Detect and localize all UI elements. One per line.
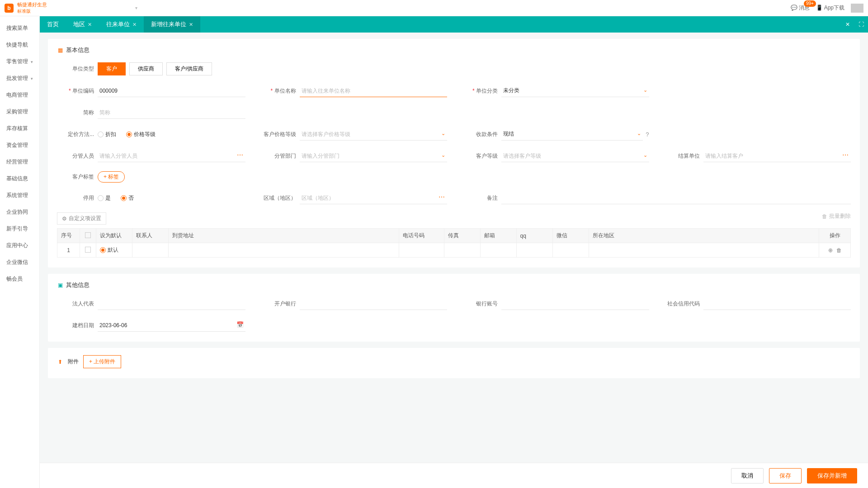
cust-price-level-label: 客户价格等级 <box>259 131 296 138</box>
th-address: 到货地址 <box>169 229 399 243</box>
help-icon[interactable]: ? <box>646 131 649 138</box>
bank-input[interactable] <box>300 297 448 310</box>
close-icon[interactable]: ✕ <box>132 22 137 28</box>
legal-input[interactable] <box>98 297 245 310</box>
recv-cond-select[interactable] <box>501 128 643 141</box>
cust-price-level-select[interactable] <box>300 128 448 141</box>
app-download-link[interactable]: 📱 App下载 <box>816 4 844 12</box>
unit-type-supplier[interactable]: 供应商 <box>129 62 163 75</box>
cell-region[interactable] <box>589 243 819 258</box>
add-row-button[interactable]: ⊕ <box>828 247 833 253</box>
upload-button[interactable]: + 上传附件 <box>83 355 121 368</box>
cell-phone[interactable] <box>399 243 444 258</box>
settle-unit-label: 结算单位 <box>663 152 700 160</box>
sidebar-item[interactable]: 畅会员 <box>0 271 39 287</box>
file-date-input[interactable] <box>98 319 245 332</box>
dept-select[interactable] <box>300 150 448 162</box>
cell-fax[interactable] <box>444 243 480 258</box>
sidebar-item[interactable]: 批发管理▾ <box>0 70 39 87</box>
sidebar-item[interactable]: 新手引导 <box>0 221 39 237</box>
row-checkbox[interactable] <box>85 247 91 253</box>
more-icon[interactable]: ⋯ <box>439 193 445 201</box>
sidebar-item[interactable]: 电商管理 <box>0 87 39 103</box>
cust-level-select[interactable] <box>501 150 649 162</box>
tab-region[interactable]: 地区✕ <box>66 16 99 33</box>
messages-link[interactable]: 💬 消息 <box>791 4 810 12</box>
unit-type-customer[interactable]: 客户 <box>98 62 126 75</box>
brand-icon: b <box>5 4 14 13</box>
short-name-input[interactable] <box>98 106 245 119</box>
sidebar-item[interactable]: 库存核算 <box>0 120 39 137</box>
pricing-level-radio[interactable]: 价格等级 <box>126 131 156 138</box>
th-wechat: 微信 <box>552 229 589 243</box>
sidebar-item[interactable]: 零售管理▾ <box>0 53 39 70</box>
sidebar-item[interactable]: 基础信息 <box>0 170 39 187</box>
org-selector[interactable]: ▾ <box>56 3 137 13</box>
sidebar-item[interactable]: 系统管理 <box>0 187 39 204</box>
unit-class-select[interactable] <box>501 84 649 97</box>
unit-code-input[interactable] <box>98 84 245 97</box>
tab-new-partner[interactable]: 新增往来单位✕ <box>144 16 200 33</box>
select-all-checkbox[interactable] <box>85 232 91 238</box>
tab-partners[interactable]: 往来单位✕ <box>99 16 144 33</box>
settle-unit-input[interactable] <box>703 150 851 162</box>
basic-info-panel: ▦ 基本信息 单位类型 客户 供应商 客户/供应商 <box>48 39 860 267</box>
sidebar-item[interactable]: 资金管理 <box>0 137 39 154</box>
cell-wechat[interactable] <box>552 243 589 258</box>
sidebar-item[interactable]: 企业协同 <box>0 204 39 221</box>
disabled-label: 停用 <box>57 194 94 202</box>
messages-label: 消息 <box>799 5 810 11</box>
cancel-button[interactable]: 取消 <box>731 468 764 483</box>
cell-address[interactable] <box>169 243 399 258</box>
table-row: 1 默认 ⊕🗑 <box>57 243 851 258</box>
cell-email[interactable] <box>480 243 516 258</box>
contacts-table: 序号 设为默认 联系人 到货地址 电话号码 传真 邮箱 qq 微信 所在地区 操… <box>57 228 851 258</box>
batch-delete-button[interactable]: 🗑批量删除 <box>822 212 851 220</box>
region-input[interactable] <box>300 192 448 204</box>
close-all-button[interactable]: ✕ <box>841 21 854 28</box>
sidebar-item[interactable]: 经营管理 <box>0 154 39 170</box>
chevron-down-icon: ▾ <box>135 5 137 10</box>
account-label: 银行账号 <box>461 300 498 308</box>
short-name-label: 简称 <box>57 109 94 117</box>
disabled-yes-radio[interactable]: 是 <box>98 194 111 202</box>
add-tag-button[interactable]: + 标签 <box>98 171 125 183</box>
cell-contact[interactable] <box>132 243 169 258</box>
more-icon[interactable]: ⋯ <box>237 151 244 159</box>
gear-icon: ⚙ <box>62 216 67 222</box>
tab-bar: 首页 地区✕ 往来单位✕ 新增往来单位✕ ✕ ⛶ <box>40 16 868 33</box>
close-icon[interactable]: ✕ <box>189 22 193 28</box>
th-phone: 电话号码 <box>399 229 444 243</box>
credit-input[interactable] <box>703 297 851 310</box>
save-and-add-button[interactable]: 保存并新增 <box>807 468 857 483</box>
custom-settings-button[interactable]: ⚙自定义项设置 <box>57 212 106 225</box>
cell-qq[interactable] <box>516 243 552 258</box>
unit-type-both[interactable]: 客户/供应商 <box>166 62 212 75</box>
save-button[interactable]: 保存 <box>769 468 802 483</box>
sidebar-item[interactable]: 采购管理 <box>0 103 39 120</box>
sidebar-item[interactable]: 搜索菜单 <box>0 20 39 37</box>
sidebar-item[interactable]: 企业微信 <box>0 254 39 271</box>
admin-input[interactable] <box>98 150 245 162</box>
cell-seq: 1 <box>57 243 80 258</box>
th-action: 操作 <box>819 229 851 243</box>
pricing-discount-radio[interactable]: 折扣 <box>98 131 116 138</box>
sidebar-item[interactable]: 快捷导航 <box>0 37 39 53</box>
close-icon[interactable]: ✕ <box>88 22 92 28</box>
calendar-icon[interactable]: 📅 <box>236 321 244 328</box>
chevron-down-icon: ⌄ <box>441 131 445 136</box>
fullscreen-button[interactable]: ⛶ <box>854 21 868 28</box>
default-radio[interactable]: 默认 <box>100 246 118 254</box>
tab-home[interactable]: 首页 <box>40 16 66 33</box>
disabled-no-radio[interactable]: 否 <box>121 194 134 202</box>
cust-level-label: 客户等级 <box>461 152 498 160</box>
remark-input[interactable] <box>501 192 851 204</box>
remark-label: 备注 <box>461 194 498 202</box>
account-input[interactable] <box>501 297 649 310</box>
more-icon[interactable]: ⋯ <box>842 151 849 159</box>
avatar[interactable] <box>851 4 863 13</box>
sidebar-item[interactable]: 应用中心 <box>0 237 39 254</box>
unit-name-input[interactable] <box>300 84 448 97</box>
attachment-icon: ⬆ <box>57 359 63 365</box>
delete-row-button[interactable]: 🗑 <box>836 247 842 253</box>
